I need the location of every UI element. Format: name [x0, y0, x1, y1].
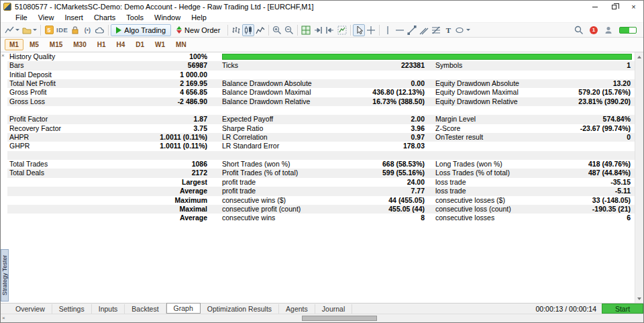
profiles-icon[interactable] — [21, 24, 38, 36]
close-button[interactable]: × — [624, 1, 643, 13]
report-value: Average — [115, 187, 207, 195]
metaeditor-ide-button[interactable]: IDE — [55, 24, 69, 36]
tab-optimization-results[interactable]: Optimization Results — [201, 304, 279, 314]
report-value: 2172 — [115, 169, 207, 177]
tab-journal[interactable]: Journal — [315, 304, 352, 314]
menu-view[interactable]: View — [33, 13, 60, 22]
tab-agents[interactable]: Agents — [279, 304, 315, 314]
vertical-scrollbar[interactable] — [635, 52, 643, 303]
timeframe-m1[interactable]: M1 — [5, 39, 23, 50]
candlestick-chart-mode-icon[interactable] — [242, 24, 254, 36]
report-value: 487 (44.84%) — [549, 169, 635, 177]
timeframe-m30[interactable]: M30 — [68, 39, 91, 50]
chevron-down-icon — [15, 29, 19, 31]
strategy-tester-vertical-tab[interactable]: Strategy Tester — [1, 249, 9, 302]
timeframe-w1[interactable]: W1 — [150, 39, 170, 50]
mql5-community-icon[interactable]: 5 — [43, 24, 55, 36]
report-row: Maximal consecutive profit (count) 455.0… — [7, 205, 635, 214]
menu-insert[interactable]: Insert — [59, 13, 89, 22]
timeframe-bar: M1M5M15M30H1H4D1W1MN — [1, 38, 643, 52]
search-icon[interactable] — [573, 24, 585, 36]
text-tool-icon[interactable]: T — [442, 24, 454, 36]
report-label — [222, 71, 336, 79]
timeframe-mn[interactable]: MN — [171, 39, 191, 50]
report-value: Maximal — [115, 205, 207, 214]
timeframe-m5[interactable]: M5 — [25, 39, 44, 50]
notifications-badge[interactable]: 1 — [590, 26, 598, 34]
chevron-down-icon — [466, 29, 470, 31]
trendline-tool-icon[interactable] — [406, 24, 418, 36]
bar-chart-mode-icon[interactable] — [230, 24, 242, 36]
indicators-icon[interactable] — [336, 24, 348, 36]
report-value: 1 — [549, 61, 635, 70]
report-value — [549, 142, 635, 150]
cursor-icon[interactable] — [353, 24, 365, 36]
toolbox-close-icon[interactable]: × — [2, 315, 5, 321]
horizontal-line-tool-icon[interactable] — [394, 24, 406, 36]
menu-file[interactable]: File — [10, 13, 33, 22]
tab-settings[interactable]: Settings — [52, 304, 92, 314]
auto-scroll-icon[interactable] — [312, 24, 324, 36]
community-user-icon[interactable] — [602, 24, 614, 36]
menu-window[interactable]: Window — [149, 13, 186, 22]
tab-overview[interactable]: Overview — [9, 304, 52, 314]
menu-help[interactable]: Help — [186, 13, 212, 22]
scrollbar-thumb[interactable] — [302, 316, 377, 321]
menu-tools[interactable]: Tools — [121, 13, 149, 22]
report-value: -190.35 (21) — [549, 205, 635, 214]
tile-windows-icon[interactable] — [300, 24, 312, 36]
horizontal-scrollbar[interactable]: × — [1, 314, 643, 322]
crosshair-icon[interactable] — [365, 24, 377, 36]
title-bar[interactable]: 51080577 - ICMarketsSC-Demo: Demo Accoun… — [1, 1, 643, 13]
report-value: Largest — [115, 178, 207, 187]
history-quality-bar — [222, 54, 632, 60]
minimize-button[interactable] — [585, 1, 604, 13]
tab-graph[interactable]: Graph — [166, 303, 201, 314]
objects-tool-icon[interactable] — [454, 24, 472, 36]
tab-backtest[interactable]: Backtest — [125, 304, 166, 314]
report-label: OnTester result — [435, 133, 549, 142]
toolbar-separator — [379, 25, 380, 36]
timeframe-h1[interactable]: H1 — [93, 39, 111, 50]
new-chart-icon[interactable] — [3, 24, 21, 36]
fibonacci-tool-icon[interactable] — [430, 24, 442, 36]
report-value: 8 — [336, 214, 425, 222]
report-label: Profit Trades (% of total) — [222, 169, 336, 177]
cloud-icon[interactable] — [93, 24, 106, 36]
toolbar-separator — [40, 25, 41, 36]
chart-shift-icon[interactable] — [324, 24, 336, 36]
scroll-down-icon[interactable] — [635, 294, 643, 303]
timeframe-d1[interactable]: D1 — [131, 39, 149, 50]
line-chart-mode-icon[interactable] — [254, 24, 266, 36]
menu-charts[interactable]: Charts — [89, 13, 121, 22]
toolbar-separator — [297, 25, 298, 36]
new-order-button[interactable]: New Order — [171, 24, 225, 36]
timeframe-m15[interactable]: M15 — [45, 39, 67, 50]
zoom-in-icon[interactable] — [271, 24, 283, 36]
timeframe-h4[interactable]: H4 — [112, 39, 130, 50]
restore-button[interactable] — [604, 1, 624, 13]
vertical-line-tool-icon[interactable] — [382, 24, 394, 36]
report-label: GHPR — [7, 142, 115, 150]
report-row: Average consecutive wins 8 consecutive l… — [7, 214, 635, 222]
report-value: 56987 — [115, 61, 207, 70]
report-label: Expected Payoff — [222, 115, 336, 124]
report-value: -23.67 (99.74%) — [549, 124, 635, 133]
report-label: Gross Profit — [7, 88, 115, 97]
report-label: consecutive losses — [435, 214, 549, 222]
lock-icon[interactable] — [69, 24, 81, 36]
toolbar: 5 IDE (•) Algo Trading New Order — [1, 23, 643, 38]
zoom-out-icon[interactable] — [283, 24, 295, 36]
report-value: 436.80 (12.13%) — [336, 88, 425, 97]
report-label — [222, 151, 336, 160]
algo-trading-button[interactable]: Algo Trading — [111, 24, 171, 36]
tab-inputs[interactable]: Inputs — [92, 304, 125, 314]
panel-close-icon[interactable]: × — [1, 53, 5, 58]
connection-status-indicator[interactable] — [619, 27, 637, 34]
equidistant-channel-tool-icon[interactable] — [418, 24, 430, 36]
start-button[interactable]: Start — [602, 304, 643, 314]
scroll-up-icon[interactable] — [635, 52, 643, 61]
report-label — [435, 71, 549, 79]
report-label: Symbols — [435, 61, 549, 70]
one-time-password-icon[interactable]: (•) — [81, 24, 93, 36]
